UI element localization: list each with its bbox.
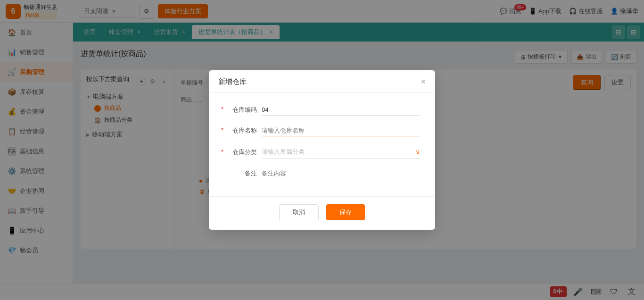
warehouse-name-input[interactable] [262, 125, 420, 136]
warehouse-category-row: 仓库分类 请输入所属分类 ∨ [224, 146, 420, 158]
modal-header: 新增仓库 × [209, 70, 435, 93]
cancel-button[interactable]: 取消 [279, 204, 319, 220]
new-warehouse-modal: 新增仓库 × 仓库编码 仓库名称 仓库分类 请输入所属分类 ∨ [209, 70, 435, 230]
warehouse-name-row: 仓库名称 [224, 125, 420, 136]
warehouse-remark-row: 备注 [224, 168, 420, 179]
warehouse-name-label: 仓库名称 [224, 126, 262, 135]
warehouse-code-row: 仓库编码 [224, 104, 420, 116]
modal-footer: 取消 保存 [209, 196, 435, 230]
modal-title: 新增仓库 [218, 77, 247, 86]
warehouse-code-label: 仓库编码 [224, 106, 262, 114]
warehouse-category-label: 仓库分类 [224, 148, 262, 157]
warehouse-remark-label: 备注 [224, 169, 262, 178]
category-dropdown-icon: ∨ [415, 148, 420, 156]
warehouse-code-input[interactable] [262, 104, 420, 116]
warehouse-remark-input[interactable] [262, 168, 420, 179]
save-button[interactable]: 保存 [326, 204, 365, 220]
modal-close-icon[interactable]: × [421, 77, 426, 87]
warehouse-category-select[interactable]: 请输入所属分类 ∨ [262, 146, 420, 158]
modal-body: 仓库编码 仓库名称 仓库分类 请输入所属分类 ∨ 备注 [209, 93, 435, 196]
modal-overlay[interactable]: 新增仓库 × 仓库编码 仓库名称 仓库分类 请输入所属分类 ∨ [0, 0, 644, 300]
